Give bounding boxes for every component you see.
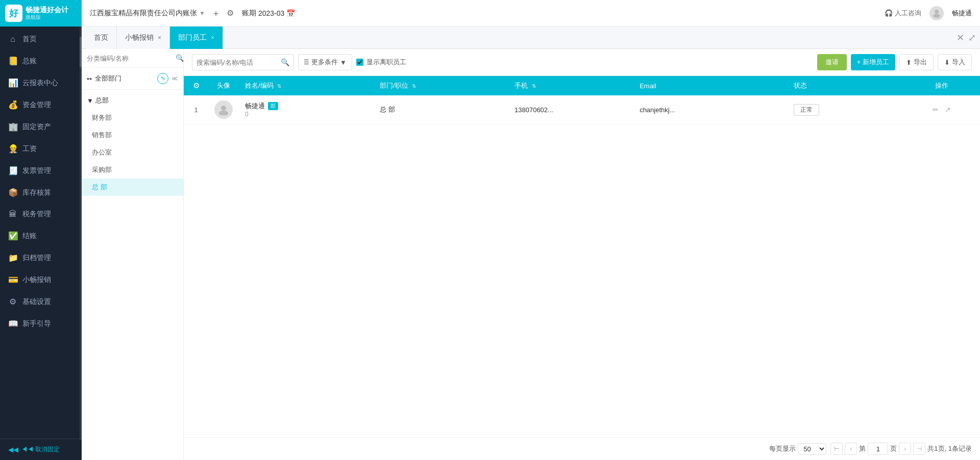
sidebar-item-finance[interactable]: 💰资金管理	[0, 94, 82, 116]
svg-point-3	[219, 111, 228, 115]
all-departments-label[interactable]: 全部部门	[95, 74, 154, 83]
show-resigned-checkbox[interactable]	[356, 59, 363, 66]
col-settings-icon[interactable]: ⚙	[190, 81, 202, 90]
import-icon: ⬇	[944, 59, 950, 66]
sidebar-item-xiaochang[interactable]: 💳小畅报销	[0, 269, 82, 291]
filter-arrow-icon: ▼	[340, 59, 347, 66]
page-suffix-label: 页	[890, 444, 897, 453]
tab-home[interactable]: 首页	[86, 27, 117, 49]
sidebar-item-fixed-assets[interactable]: 🏢固定资产	[0, 116, 82, 138]
import-button[interactable]: ⬇ 导入	[938, 54, 972, 70]
dept-item-caigou[interactable]: 采购部	[82, 161, 183, 178]
sidebar-icon-tax: 🏛	[8, 210, 17, 219]
cancel-fixed-button[interactable]: ◀◀ ◀◀ 取消固定	[0, 439, 82, 460]
sidebar-label-invoices: 发票管理	[22, 166, 51, 175]
sidebar-icon-invoices: 🧾	[8, 166, 17, 175]
sidebar-scrollbar	[80, 27, 82, 440]
dept-item-zongbu[interactable]: 总 部	[82, 178, 183, 196]
edit-dept-button[interactable]: ✎	[157, 73, 168, 84]
sidebar-item-settings[interactable]: ⚙基础设置	[0, 291, 82, 313]
invite-button[interactable]: 邀请	[817, 54, 847, 70]
calendar-icon[interactable]: 📅	[286, 9, 295, 17]
tabbar-actions: ✕ ⤢	[957, 32, 980, 43]
sidebar-item-invoices[interactable]: 🧾发票管理	[0, 160, 82, 182]
company-dropdown-icon: ▼	[199, 10, 205, 17]
dept-item-bangong[interactable]: 办公室	[82, 144, 183, 161]
tab-close-xiaochangbaoxiao[interactable]: ×	[158, 34, 161, 41]
col-header-phone[interactable]: 手机 ⇅	[508, 76, 633, 95]
status-badge: 正常	[794, 104, 819, 116]
sidebar-item-newguide[interactable]: 📖新手引导	[0, 313, 82, 335]
sidebar-item-tax[interactable]: 🏛税务管理	[0, 203, 82, 225]
username-label[interactable]: 畅捷通	[952, 9, 972, 18]
collapse-panel-button[interactable]: ≪	[172, 75, 178, 82]
employee-search-input[interactable]	[197, 59, 278, 66]
tab-label-home: 首页	[94, 33, 108, 42]
cell-email: chanjethkj...	[633, 95, 788, 124]
prev-page-button[interactable]: ‹	[845, 443, 857, 455]
export-label: 导出	[914, 58, 927, 67]
col-header-dept[interactable]: 部门/职位 ⇅	[374, 76, 508, 95]
sidebar-icon-general-ledger: 📒	[8, 56, 17, 66]
page-number-input[interactable]	[868, 443, 888, 455]
svg-point-2	[221, 106, 226, 111]
col-name-label: 姓名/编码	[245, 82, 274, 89]
col-phone-label: 手机	[514, 82, 528, 89]
sidebar-item-home[interactable]: ⌂首页	[0, 29, 82, 50]
filter-label: 更多条件	[311, 58, 338, 67]
tab-xiaochangbaoxiao[interactable]: 小畅报销×	[117, 27, 170, 49]
add-employee-label: + 新增员工	[857, 58, 889, 67]
employee-table-wrap: ⚙ 头像 姓名/编码 ⇅ 部门/职位 ⇅	[184, 76, 980, 437]
expand-icon[interactable]: ⤢	[968, 32, 976, 43]
edit-employee-icon[interactable]: ✏	[933, 106, 939, 114]
tabbar: 首页小畅报销×部门员工× ✕ ⤢	[82, 27, 980, 49]
sidebar-item-archive[interactable]: 📁归档管理	[0, 247, 82, 269]
col-header-email: Email	[633, 76, 788, 95]
sidebar-item-wages[interactable]: 👷工资	[0, 138, 82, 160]
sidebar-item-settle[interactable]: ✅结账	[0, 225, 82, 247]
dept-search-icon[interactable]: 🔍	[176, 54, 184, 62]
settings-icon[interactable]: ⚙	[227, 8, 234, 18]
more-filter-button[interactable]: ☰ 更多条件 ▼	[298, 54, 352, 70]
headset-icon: 🎧	[885, 9, 893, 17]
cell-name: 畅捷通 部 0	[239, 95, 374, 124]
sidebar-item-inventory[interactable]: 📦库存核算	[0, 182, 82, 203]
page-size-selector: 每页显示 50 100 200	[769, 443, 826, 455]
sidebar-label-archive: 归档管理	[22, 253, 51, 263]
company-selector[interactable]: 江西服宝精品有限责任公司内账张 ▼	[90, 9, 205, 18]
sidebar-item-general-ledger[interactable]: 📒总账	[0, 50, 82, 72]
dept-item-xiaoshou[interactable]: 销售部	[82, 126, 183, 144]
dept-group-zongbu-label[interactable]: ▼ 总部	[82, 92, 183, 109]
sidebar-label-newguide: 新手引导	[22, 319, 51, 328]
dept-tree: ▼ 总部 财务部 销售部 办公室 采购部 总 部	[82, 90, 183, 460]
col-header-name[interactable]: 姓名/编码 ⇅	[239, 76, 374, 95]
sidebar-item-reports[interactable]: 📊云报表中心	[0, 72, 82, 94]
add-account-button[interactable]: ＋	[209, 5, 223, 21]
main-content: 江西服宝精品有限责任公司内账张 ▼ ＋ ⚙ 账期 2023-03 📅 🎧 人工咨…	[82, 0, 980, 460]
first-page-button[interactable]: ⊢	[830, 443, 843, 455]
last-page-button[interactable]: ⊣	[913, 443, 925, 455]
tab-close-bumenyuangong[interactable]: ×	[211, 34, 214, 41]
sidebar-label-home: 首页	[22, 35, 37, 44]
filter-icon: ☰	[304, 59, 309, 66]
dept-search-input[interactable]	[87, 55, 173, 62]
sidebar-logo: 好 畅捷通好会计 旗舰版	[0, 0, 82, 27]
col-header-settings[interactable]: ⚙	[184, 76, 208, 95]
employee-search-icon[interactable]: 🔍	[281, 58, 289, 66]
tab-bumenyuangong[interactable]: 部门员工×	[170, 27, 223, 49]
period-value: 2023-03	[258, 9, 284, 17]
add-employee-button[interactable]: + 新增员工	[851, 54, 895, 70]
export-button[interactable]: ⬆ 导出	[899, 54, 934, 70]
sidebar-icon-inventory: 📦	[8, 188, 17, 197]
import-label: 导入	[952, 58, 965, 67]
more-actions-icon[interactable]: ↗	[945, 106, 951, 114]
row-action-icons: ✏ ↗	[909, 106, 974, 114]
right-panel: 🔍 ☰ 更多条件 ▼ 显示离职员工 邀请 + 新增员工	[184, 49, 980, 460]
show-resigned-checkbox-label[interactable]: 显示离职员工	[356, 58, 406, 67]
topbar-right: 🎧 人工咨询 畅捷通	[885, 6, 972, 20]
dept-item-caiwu[interactable]: 财务部	[82, 109, 183, 126]
next-page-button[interactable]: ›	[899, 443, 911, 455]
close-tab-icon[interactable]: ✕	[957, 32, 964, 43]
per-page-select[interactable]: 50 100 200	[798, 443, 826, 455]
consulting-button[interactable]: 🎧 人工咨询	[885, 9, 921, 18]
